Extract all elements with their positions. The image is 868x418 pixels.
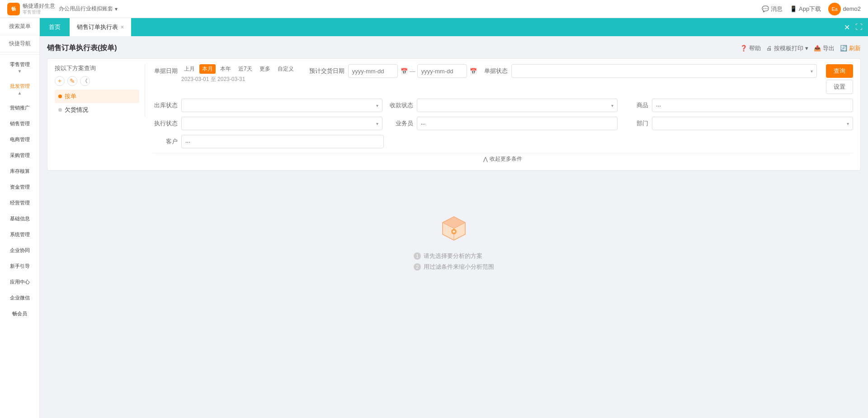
retail-arrow-icon: ▼ xyxy=(18,69,22,74)
collapse-bar[interactable]: ⋀ 收起更多条件 xyxy=(152,153,853,165)
content-area: 首页 销售订单执行表 × ✕ ⛶ 销售订单执行表(按单) ❓ 帮助 xyxy=(40,18,868,418)
date-quick-btns: 上月 本月 本年 近7天 更多 自定义 xyxy=(181,64,297,74)
empty-hint-1: 1 请先选择要分析的方案 xyxy=(414,252,494,260)
window-maximize-icon[interactable]: ⛶ xyxy=(854,21,864,33)
company-dropdown-icon: ▾ xyxy=(115,6,118,12)
goods-dots: ··· xyxy=(656,102,661,109)
tab-home[interactable]: 首页 xyxy=(40,18,70,36)
filter-scheme-panel: 按以下方案查询 ＋ ✎ 《 按单 欠货情况 xyxy=(55,64,145,117)
page-content: 销售订单执行表(按单) ❓ 帮助 🖨 按模板打印 ▾ 📤 导出 xyxy=(40,36,868,418)
help-action[interactable]: ❓ 帮助 xyxy=(740,44,761,52)
salesperson-dots: ··· xyxy=(421,120,426,127)
tab-close-icon[interactable]: × xyxy=(121,24,124,30)
expected-date-to[interactable] xyxy=(417,64,467,78)
sidebar-item-wechat[interactable]: 企业微信 xyxy=(0,290,39,306)
shipment-status-label: 出库状态 xyxy=(152,101,178,109)
dept-label: 部门 xyxy=(623,119,648,128)
sidebar-item-wholesale[interactable]: 批发管理 ▲ xyxy=(0,78,39,100)
sidebar-item-ecommerce[interactable]: 电商管理 xyxy=(0,132,39,147)
sidebar-item-finance[interactable]: 资金管理 xyxy=(0,179,39,195)
sidebar-item-basic[interactable]: 基础信息 xyxy=(0,211,39,227)
sidebar-item-enterprise[interactable]: 企业协同 xyxy=(0,242,39,258)
message-icon: 💬 xyxy=(762,5,769,12)
order-status-select[interactable]: ▾ xyxy=(511,64,817,78)
collapse-scheme-btn[interactable]: 《 xyxy=(80,76,90,86)
sidebar-item-operations[interactable]: 经营管理 xyxy=(0,195,39,211)
receipt-dropdown-icon: ▾ xyxy=(611,103,613,108)
order-status-dropdown-icon: ▾ xyxy=(811,69,813,74)
search-button[interactable]: 查询 xyxy=(826,64,853,78)
customer-label: 客户 xyxy=(152,138,178,146)
sidebar-item-newbie[interactable]: 新手引导 xyxy=(0,258,39,274)
dept-dropdown-icon: ▾ xyxy=(847,121,849,126)
scheme-actions: ＋ ✎ 《 xyxy=(55,76,139,86)
date-range-display: 2023-03-01 至 2023-03-31 xyxy=(181,76,297,83)
scheme-item-by-order[interactable]: 按单 xyxy=(55,90,139,103)
date-field-label: 单据日期 xyxy=(152,64,178,75)
exec-status-select[interactable]: ▾ xyxy=(181,117,382,130)
filter-fields: 单据日期 上月 本月 本年 近7天 更多 自定义 xyxy=(145,64,853,165)
user-profile-action[interactable]: Ea demo2 xyxy=(828,3,861,15)
filter-section: 按以下方案查询 ＋ ✎ 《 按单 欠货情况 xyxy=(55,64,853,165)
app-download-action[interactable]: 📱 App下载 xyxy=(790,5,821,13)
date-btn-last-7[interactable]: 近7天 xyxy=(236,64,255,74)
logo-text: 畅捷通好生意 零售管理 xyxy=(23,3,55,14)
expected-date-range: 📅 — 📅 xyxy=(348,64,477,78)
sidebar-search[interactable]: 搜索菜单 xyxy=(0,18,39,35)
sidebar-item-inventory[interactable]: 库存核算 xyxy=(0,163,39,179)
page-title-row: 销售订单执行表(按单) ❓ 帮助 🖨 按模板打印 ▾ 📤 导出 xyxy=(47,43,861,53)
logo-area: 畅 畅捷通好生意 零售管理 xyxy=(7,3,55,15)
date-btn-more[interactable]: 更多 xyxy=(257,64,273,74)
scheme-item-debt[interactable]: 欠货情况 xyxy=(55,103,139,117)
sidebar-item-member[interactable]: 畅会员 xyxy=(0,306,39,322)
sidebar-item-sales[interactable]: 销售管理 xyxy=(0,116,39,132)
shipment-dropdown-icon: ▾ xyxy=(376,103,378,108)
expected-date-from[interactable] xyxy=(348,64,398,78)
order-status-label: 单据状态 xyxy=(482,67,508,75)
sidebar-item-marketing[interactable]: 营销推广 xyxy=(0,100,39,116)
main-layout: 搜索菜单 快捷导航 零售管理 ▼ 批发管理 ▲ 营销推广 销售管理 电商管理 采… xyxy=(0,18,868,418)
tab-sales-execution[interactable]: 销售订单执行表 × xyxy=(70,18,131,36)
add-scheme-btn[interactable]: ＋ xyxy=(55,76,65,86)
sidebar-quick-nav[interactable]: 快捷导航 xyxy=(0,35,39,52)
dept-select[interactable]: ▾ xyxy=(652,117,853,130)
settings-button[interactable]: 设置 xyxy=(826,80,853,94)
sidebar-item-apps[interactable]: 应用中心 xyxy=(0,274,39,290)
filter-row-3: 执行状态 ▾ 业务员 ··· xyxy=(152,117,853,130)
scheme-title: 按以下方案查询 xyxy=(55,64,139,72)
empty-state: 1 请先选择要分析的方案 2 用过滤条件来缩小分析范围 xyxy=(47,176,861,307)
page-title: 销售订单执行表(按单) xyxy=(47,43,117,53)
company-select[interactable]: 办公用品行业模拟账套 ▾ xyxy=(59,5,118,13)
edit-scheme-btn[interactable]: ✎ xyxy=(67,76,77,86)
print-action[interactable]: 🖨 按模板打印 ▾ xyxy=(766,44,808,52)
date-btn-this-month[interactable]: 本月 xyxy=(199,64,216,74)
calendar-to-icon[interactable]: 📅 xyxy=(470,68,477,75)
customer-dots: ··· xyxy=(185,138,190,145)
message-action[interactable]: 💬 消息 xyxy=(762,5,783,13)
export-action[interactable]: 📤 导出 xyxy=(814,44,835,52)
top-bar-right: 💬 消息 📱 App下载 Ea demo2 xyxy=(762,3,861,15)
goods-select[interactable]: ··· xyxy=(652,99,853,112)
window-close-icon[interactable]: ✕ xyxy=(842,21,852,33)
date-btn-last-month[interactable]: 上月 xyxy=(181,64,198,74)
customer-select[interactable]: ··· xyxy=(181,135,384,148)
logo-icon: 畅 xyxy=(7,3,20,15)
shipment-status-select[interactable]: ▾ xyxy=(181,99,382,112)
date-btn-custom[interactable]: 自定义 xyxy=(275,64,297,74)
salesperson-select[interactable]: ··· xyxy=(417,117,618,130)
scheme-dot-gray xyxy=(58,108,62,112)
filter-panel: 按以下方案查询 ＋ ✎ 《 按单 欠货情况 xyxy=(47,58,861,171)
exec-status-label: 执行状态 xyxy=(152,119,178,128)
sidebar-item-purchase[interactable]: 采购管理 xyxy=(0,147,39,163)
tab-bar: 首页 销售订单执行表 × ✕ ⛶ xyxy=(40,18,868,36)
date-btn-this-year[interactable]: 本年 xyxy=(217,64,234,74)
sidebar-item-system[interactable]: 系统管理 xyxy=(0,227,39,242)
collapse-icon: ⋀ xyxy=(483,156,488,162)
empty-text: 1 请先选择要分析的方案 2 用过滤条件来缩小分析范围 xyxy=(414,252,494,271)
receipt-status-select[interactable]: ▾ xyxy=(417,99,618,112)
calendar-from-icon[interactable]: 📅 xyxy=(401,68,408,75)
refresh-action[interactable]: 🔄 刷新 xyxy=(840,44,861,52)
salesperson-label: 业务员 xyxy=(388,119,413,128)
export-icon: 📤 xyxy=(814,45,821,52)
sidebar-item-retail[interactable]: 零售管理 ▼ xyxy=(0,57,39,78)
